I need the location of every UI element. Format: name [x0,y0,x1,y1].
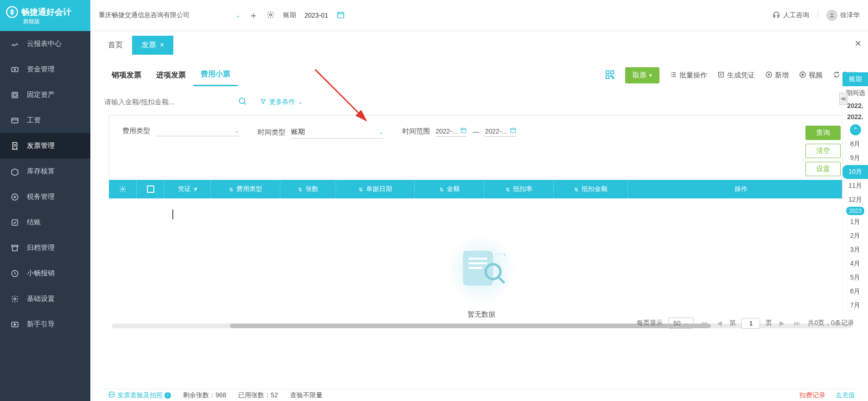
col-voucher[interactable]: 凭证 [165,180,211,198]
text-cursor: | [171,208,174,220]
user-menu[interactable]: 徐泽华 [826,10,860,21]
fetch-button[interactable]: 取票▾ [625,67,659,83]
time-type-select[interactable]: 账期⌄ [291,126,384,139]
close-icon[interactable]: × [160,41,164,49]
next-page-icon[interactable]: ▶ [778,319,786,327]
sort-icon [359,185,364,193]
recharge-link[interactable]: 去充值 [836,391,855,400]
nav-label: 发票管理 [27,141,55,150]
period-month-active[interactable]: 10月 [843,165,868,179]
range-dash: — [472,127,479,135]
chevron-down-icon: ⌄ [684,320,689,326]
chevron-down-icon: ⌄ [298,99,303,105]
svg-rect-16 [606,75,609,78]
col-count[interactable]: 张数 [280,180,336,198]
period-month[interactable]: 11月 [843,179,868,193]
company-selector[interactable]: 重庆畅捷交通信息咨询有限公司 ⌄ [99,11,241,19]
nav-closing[interactable]: 结账 [0,210,90,235]
nav-label: 结账 [27,218,41,227]
toolbar: 取票▾ 批量操作 生成凭证 新增 视频 刷新 [605,67,856,83]
clear-button[interactable]: 清空 [805,144,841,158]
svg-point-22 [239,98,245,103]
tab-home[interactable]: 首页 [99,36,132,55]
svg-point-25 [122,188,124,190]
nav-funds[interactable]: 资金管理 [0,57,90,82]
subtab-receipt[interactable]: 费用小票 [193,64,238,86]
qr-icon[interactable] [605,70,615,81]
period-month[interactable]: 6月 [843,285,868,299]
nav-stock[interactable]: 库存核算 [0,159,90,184]
search-input[interactable] [104,98,225,106]
search-icon[interactable] [238,96,247,108]
subtab-sales[interactable]: 销项发票 [104,65,149,86]
svg-rect-23 [461,128,466,133]
nav-guide[interactable]: 新手引导 [0,312,90,337]
period-month[interactable]: 9月 [843,151,868,165]
nav-tax[interactable]: 税务管理 [0,184,90,210]
table-header: 凭证 费用类型 张数 单据日期 金额 抵扣率 抵扣金额 操作 [109,180,854,198]
last-page-icon[interactable]: ⏭ [792,319,802,327]
subtab-purchase[interactable]: 进项发票 [149,65,193,86]
nav-label: 归档管理 [27,243,55,252]
nav-expense[interactable]: 小畅报销 [0,261,90,286]
period-month[interactable]: 5月 [843,271,868,285]
scroll-top-icon[interactable]: ⌃ [850,124,861,135]
date-to[interactable]: 2022-... [485,126,516,137]
nav-settings[interactable]: 基础设置 [0,286,90,312]
expand-handle-icon[interactable]: ≪ [839,93,848,105]
nav-invoice[interactable]: 发票管理 [0,133,90,159]
nav-cloud-report[interactable]: 云报表中心 [0,31,90,57]
col-rate[interactable]: 抵扣率 [484,180,554,198]
fee-type-select[interactable]: ⌄ [156,126,239,136]
video-button[interactable]: 视频 [799,71,823,80]
svg-rect-19 [719,72,724,77]
nav-archive[interactable]: 归档管理 [0,235,90,261]
query-button[interactable]: 查询 [805,126,841,140]
col-date[interactable]: 单据日期 [336,180,415,198]
prev-page-icon[interactable]: ◀ [715,319,724,327]
period-month[interactable]: 3月 [843,243,868,257]
period-month[interactable]: 4月 [843,257,868,271]
nav-label: 小畅报销 [27,269,55,278]
period-month[interactable]: 12月 [843,193,868,207]
remain-text: 剩余张数：968 [183,391,226,400]
more-conditions[interactable]: 更多条件 ⌄ [260,98,303,106]
per-page-select[interactable]: 50⌄ [668,318,694,329]
tab-invoice[interactable]: 发票 × [132,36,173,55]
period-year[interactable]: 2022. [847,100,863,111]
pagination: 每页显示 50⌄ ⏮ ◀ 第 页 ▶ ⏭ 共0页，0条记录 [109,316,854,330]
add-icon[interactable]: ＋ [249,9,258,22]
period-month[interactable]: 1月 [843,215,868,229]
divider [817,10,818,20]
per-page-label: 每页显示 [637,319,663,327]
period-panel: 账期 期间选 2022. 2022. ⌃ 8月 9月 10月 11月 12月 2… [842,72,868,312]
settings-button[interactable]: 设置 [805,162,841,176]
col-settings[interactable] [109,180,137,198]
svg-point-2 [14,69,16,70]
first-page-icon[interactable]: ⏮ [699,319,710,327]
nav-assets[interactable]: 固定资产 [0,82,90,108]
date-from[interactable]: 2022-... [436,126,467,137]
search-row: 更多条件 ⌄ [104,92,856,112]
period-month[interactable]: 7月 [843,299,868,312]
support-button[interactable]: 人工咨询 [772,11,809,20]
period-year[interactable]: 2022. [847,111,863,122]
period-month[interactable]: 8月 [843,137,868,151]
col-amount[interactable]: 金额 [415,180,484,198]
batch-button[interactable]: 批量操作 [670,71,707,80]
empty-illustration-icon [449,237,514,302]
col-fee-type[interactable]: 费用类型 [211,180,280,198]
calendar-icon[interactable] [336,11,345,20]
page-input[interactable] [741,318,760,329]
col-deduct-amount[interactable]: 抵扣金额 [554,180,628,198]
settings-gear-icon[interactable] [266,11,275,20]
add-button[interactable]: 新增 [765,71,789,80]
close-all-icon[interactable]: ✕ [855,38,862,49]
period-month[interactable]: 2月 [843,229,868,243]
period-title: 账期 [843,72,868,86]
gen-voucher-button[interactable]: 生成凭证 [717,71,755,80]
deduct-link[interactable]: 扣费记录 [799,391,825,400]
invoice-check-link[interactable]: 发票查验及拍照 i [108,391,171,400]
col-checkbox[interactable] [137,180,165,198]
nav-salary[interactable]: 工资 [0,108,90,133]
